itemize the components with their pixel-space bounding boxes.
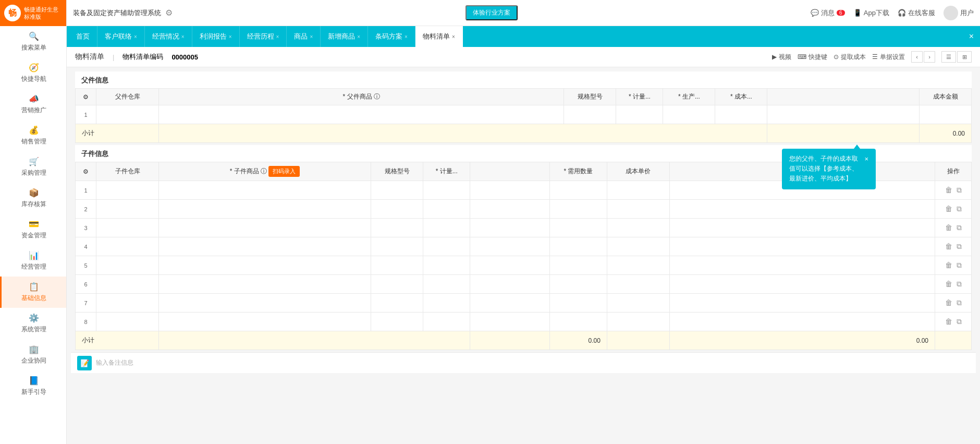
close-icon[interactable]: × — [276, 34, 279, 40]
page-code: 0000005 — [172, 53, 198, 61]
get-cost-action[interactable]: ⊙ 提取成本 — [834, 53, 866, 62]
delete-icon[interactable]: 🗑 — [945, 205, 952, 213]
close-icon[interactable]: × — [134, 34, 137, 40]
delete-icon[interactable]: 🗑 — [945, 261, 952, 270]
tab-new-product[interactable]: 新增商品 × — [321, 26, 368, 47]
prev-arrow[interactable]: ‹ — [911, 51, 923, 63]
child-subtotal-amount: 0.00 — [669, 331, 935, 350]
tab-operations[interactable]: 经营情况 × — [145, 26, 192, 47]
child-subtotal-label: 小计 — [76, 331, 159, 350]
child-subtotal-qty: 0.00 — [549, 331, 607, 350]
sidebar-item-operations[interactable]: 📊 经营管理 — [0, 245, 66, 277]
sidebar-item-base-info[interactable]: 📋 基础信息 — [0, 277, 66, 308]
phone-icon: 📱 — [853, 9, 862, 17]
parent-col-spacer — [767, 89, 920, 105]
copy-icon[interactable]: ⧉ — [957, 223, 962, 232]
close-icon[interactable]: × — [452, 34, 455, 40]
delete-icon[interactable]: 🗑 — [945, 298, 952, 307]
nav-icon: 📘 — [29, 376, 39, 386]
copy-icon[interactable]: ⧉ — [957, 186, 962, 195]
list-view-btn[interactable]: ☰ — [941, 51, 956, 63]
nav-icon: 🧭 — [29, 63, 39, 73]
tab-profit[interactable]: 利润报告 × — [192, 26, 240, 47]
sidebar-item-inventory[interactable]: 📦 库存核算 — [0, 183, 66, 214]
copy-icon[interactable]: ⧉ — [957, 280, 962, 289]
search-icon: 🔍 — [29, 31, 39, 41]
logo-icon: 畅 — [4, 5, 21, 21]
delete-icon[interactable]: 🗑 — [945, 223, 952, 232]
tooltip-box: × 您的父件、子件的成本取值可以选择【参考成本、最新进价、平均成本】 — [782, 149, 876, 189]
close-icon[interactable]: × — [405, 34, 408, 40]
single-settings-action[interactable]: ☰ 单据设置 — [872, 53, 905, 62]
sidebar-item-purchase[interactable]: 🛒 采购管理 — [0, 151, 66, 183]
parent-col-settings: ⚙ — [76, 89, 96, 105]
child-col-warehouse: 子件仓库 — [96, 162, 159, 181]
tab-history[interactable]: 经营历程 × — [240, 26, 287, 47]
avatar — [944, 6, 958, 20]
bottom-hint[interactable]: 输入备注信息 — [96, 358, 133, 367]
copy-icon[interactable]: ⧉ — [957, 242, 962, 251]
copy-icon[interactable]: ⧉ — [957, 317, 962, 326]
parent-section-title: 父件信息 — [75, 71, 972, 88]
tab-product[interactable]: 商品 × — [287, 26, 321, 47]
copy-icon[interactable]: ⧉ — [957, 298, 962, 307]
message-item[interactable]: 💬 消息 6 — [811, 8, 845, 18]
nav-icon: 💳 — [29, 219, 39, 229]
close-icon[interactable]: × — [181, 34, 185, 40]
content: 物料清单 | 物料清单编码 0000005 ▶ 视频 ⌨ 快捷键 ⊙ 提取成本 … — [67, 47, 980, 444]
view-toggle: ☰ ⊞ — [941, 51, 972, 63]
parent-subtotal-amount: 0.00 — [920, 124, 972, 143]
user-item[interactable]: 用户 — [944, 6, 974, 20]
parent-table: ⚙ 父件仓库 * 父件商品 ⓘ 规格型号 * 计量... * 生产... * 成… — [75, 88, 972, 143]
close-icon[interactable]: × — [310, 34, 313, 40]
close-tab-icon[interactable]: × — [965, 32, 978, 41]
online-service-item[interactable]: 🎧 在线客服 — [898, 8, 935, 18]
tab-barcode[interactable]: 条码方案 × — [368, 26, 415, 47]
delete-icon[interactable]: 🗑 — [945, 242, 952, 251]
sidebar-item-finance[interactable]: 💳 资金管理 — [0, 214, 66, 245]
message-badge: 6 — [837, 10, 845, 16]
tab-home[interactable]: 首页 — [69, 26, 97, 47]
topbar-right: 💬 消息 6 📱 App下载 🎧 在线客服 用户 — [811, 6, 974, 20]
delete-icon[interactable]: 🗑 — [945, 280, 952, 289]
nav-icon: 📣 — [29, 94, 39, 104]
play-icon: ▶ — [772, 53, 777, 61]
close-icon[interactable]: × — [357, 34, 360, 40]
parent-col-costamt: 成本金额 — [920, 89, 972, 105]
sidebar-item-sales[interactable]: 💰 销售管理 — [0, 120, 66, 151]
tab-customer[interactable]: 客户联络 × — [97, 26, 145, 47]
sidebar-item-enterprise[interactable]: 🏢 企业协同 — [0, 339, 66, 370]
settings-icon[interactable]: ⚙ — [165, 8, 173, 18]
next-arrow[interactable]: › — [924, 51, 935, 63]
delete-icon[interactable]: 🗑 — [945, 186, 952, 195]
child-col-unitcost: 成本单价 — [607, 162, 669, 181]
copy-icon[interactable]: ⧉ — [957, 261, 962, 270]
sidebar-item-system[interactable]: ⚙️ 系统管理 — [0, 308, 66, 339]
tooltip-close-button[interactable]: × — [864, 154, 868, 165]
parent-col-unit: * 计量... — [616, 89, 663, 105]
tab-bom[interactable]: 物料清单 × — [415, 26, 463, 47]
sidebar-item-quick-nav[interactable]: 🧭 快捷导航 — [0, 57, 66, 89]
app-download-item[interactable]: 📱 App下载 — [853, 8, 889, 18]
table-row: 8 🗑 ⧉ — [76, 313, 972, 331]
close-icon[interactable]: × — [229, 34, 232, 40]
topbar-left: 装备及固定资产辅助管理系统 ⚙ — [73, 8, 173, 18]
child-col-spec: 规格型号 — [371, 162, 423, 181]
trial-button[interactable]: 体验行业方案 — [466, 5, 518, 20]
keyboard-icon: ⌨ — [798, 53, 806, 61]
delete-icon[interactable]: 🗑 — [945, 317, 952, 326]
grid-view-btn[interactable]: ⊞ — [957, 51, 972, 63]
sidebar-item-newbie[interactable]: 📘 新手引导 — [0, 370, 66, 402]
sidebar-item-marketing[interactable]: 📣 营销推广 — [0, 89, 66, 120]
page-nav-arrows: ‹ › — [911, 51, 935, 63]
logo-text: 畅捷通好生意 标准版 — [24, 6, 58, 21]
sidebar-item-search[interactable]: 🔍 搜索菜单 — [0, 26, 66, 57]
shortcut-action[interactable]: ⌨ 快捷键 — [798, 53, 827, 62]
child-col-settings: ⚙ — [76, 162, 96, 181]
scan-input-button[interactable]: 扫码录入 — [268, 166, 300, 177]
sidebar-logo: 畅 畅捷通好生意 标准版 — [0, 0, 66, 26]
copy-icon[interactable]: ⧉ — [957, 205, 962, 213]
view-action[interactable]: ▶ 视频 — [772, 53, 791, 62]
parent-col-spec: 规格型号 — [564, 89, 616, 105]
topbar-title: 装备及固定资产辅助管理系统 — [73, 8, 161, 18]
